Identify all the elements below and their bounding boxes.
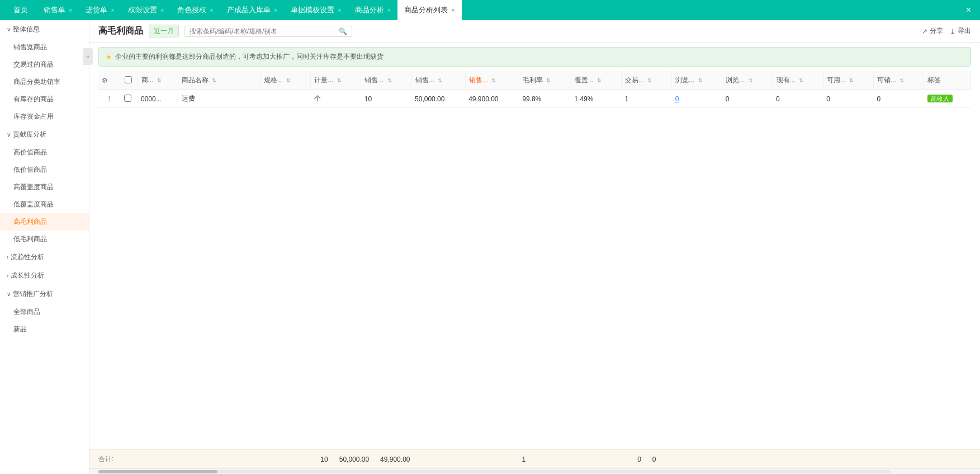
col-name[interactable]: 商品名称 ⇅: [178, 71, 261, 90]
col-settings[interactable]: ⚙: [98, 71, 121, 90]
col-sales-qty[interactable]: 销售... ⇅: [361, 71, 411, 90]
col-sellable-stock[interactable]: 可销... ⇅: [873, 71, 924, 90]
close-tab-purchase[interactable]: ×: [111, 7, 114, 13]
nav-tab-roles[interactable]: 角色授权 ×: [171, 0, 220, 20]
sidebar-item-low-coverage[interactable]: 低覆盖度商品: [0, 196, 89, 213]
close-tab-analysis[interactable]: ×: [387, 7, 391, 13]
scrollbar-thumb: [98, 470, 217, 473]
sidebar-item-high-value[interactable]: 高价值商品: [0, 144, 89, 161]
cell-view2: 0: [722, 90, 773, 108]
col-coverage[interactable]: 覆盖... ⇅: [571, 71, 621, 90]
sort-spec-icon: ⇅: [286, 78, 291, 83]
sidebar-item-traded[interactable]: 交易过的商品: [0, 56, 89, 73]
col-tag[interactable]: 标签: [924, 71, 971, 90]
sort-transactions-icon: ⇅: [647, 78, 652, 83]
export-btn[interactable]: ⤓ 导出: [950, 26, 971, 36]
cell-checkbox[interactable]: [121, 90, 138, 108]
col-sales-net[interactable]: 销售... ⇅: [465, 71, 519, 90]
col-view1[interactable]: 浏览... ⇅: [672, 71, 722, 90]
close-tab-roles[interactable]: ×: [210, 7, 213, 13]
sort-coverage-icon: ⇅: [597, 78, 602, 83]
footer-available-stock: 0: [652, 456, 656, 463]
header-actions: ↗ 分享 ⤓ 导出: [922, 26, 971, 36]
sidebar-item-high-coverage[interactable]: 高覆盖度商品: [0, 179, 89, 196]
sort-name-icon: ⇅: [212, 78, 216, 83]
sidebar-section-marketing[interactable]: ∨ 营销推广分析: [0, 285, 89, 303]
nav-tab-stock-in[interactable]: 产成品入库单 ×: [220, 0, 284, 20]
sidebar-item-in-stock[interactable]: 有库存的商品: [0, 91, 89, 108]
col-sales-amount[interactable]: 销售... ⇅: [411, 71, 465, 90]
close-tab-sales[interactable]: ×: [69, 7, 72, 13]
sort-sales-qty-icon: ⇅: [387, 78, 392, 83]
sidebar-section-trend[interactable]: › 流趋性分析: [0, 248, 89, 266]
nav-tab-template[interactable]: 单据模板设置 ×: [284, 0, 348, 20]
col-code[interactable]: 商... ⇅: [138, 71, 178, 90]
sidebar-item-low-value[interactable]: 低价值商品: [0, 161, 89, 179]
nav-tab-analysis[interactable]: 商品分析 ×: [348, 0, 397, 20]
sort-view2-icon: ⇅: [749, 78, 753, 83]
info-icon: ★: [106, 53, 112, 61]
filter-recent-month-btn[interactable]: 近一月: [149, 25, 179, 37]
table-wrapper: ⚙ 商... ⇅ 商品名称 ⇅: [89, 71, 980, 449]
close-tab-stock-in[interactable]: ×: [274, 7, 277, 13]
sidebar-item-high-margin[interactable]: 高毛利商品: [0, 213, 89, 231]
close-tab-template[interactable]: ×: [338, 7, 341, 13]
footer-transactions: 1: [522, 456, 525, 463]
row-checkbox[interactable]: [124, 95, 131, 102]
col-gross-margin[interactable]: 毛利率 ⇅: [519, 71, 571, 90]
cell-available-stock: 0: [823, 90, 873, 108]
search-input[interactable]: [190, 27, 339, 35]
arrow-trend: ›: [7, 254, 8, 260]
col-unit[interactable]: 计量... ⇅: [311, 71, 361, 90]
sidebar-section-contribution[interactable]: ∨ 贡献度分析: [0, 125, 89, 144]
sidebar-collapse-btn[interactable]: «: [83, 48, 93, 65]
col-current-stock[interactable]: 现有... ⇅: [773, 71, 823, 90]
sort-available-stock-icon: ⇅: [849, 78, 854, 83]
nav-tab-permissions[interactable]: 权限设置 ×: [121, 0, 171, 20]
sidebar-item-category-rate[interactable]: 商品分类助销率: [0, 73, 89, 91]
close-tab-analysis-list[interactable]: ×: [451, 7, 455, 13]
sidebar-item-all-products[interactable]: 全部商品: [0, 303, 89, 321]
cell-gross-margin: 99.8%: [519, 90, 571, 108]
search-icon[interactable]: 🔍: [339, 27, 347, 35]
share-icon: ↗: [922, 27, 927, 35]
product-table: ⚙ 商... ⇅ 商品名称 ⇅: [98, 71, 971, 108]
main-layout: ∨ 整体信息 销售览商品 交易过的商品 商品分类助销率 有库存的商品 库存资金占…: [0, 20, 980, 474]
close-window-btn[interactable]: ×: [962, 5, 976, 15]
nav-right: ×: [962, 5, 976, 15]
share-btn[interactable]: ↗ 分享: [922, 26, 943, 36]
col-available-stock[interactable]: 可用... ⇅: [823, 71, 873, 90]
nav-tab-analysis-list[interactable]: 商品分析列表 ×: [397, 0, 461, 20]
cell-sellable-stock: 0: [873, 90, 924, 108]
sort-code-icon: ⇅: [157, 78, 162, 83]
close-tab-permissions[interactable]: ×: [160, 7, 164, 13]
cell-num: 1: [98, 90, 121, 108]
sidebar-section-general[interactable]: ∨ 整体信息: [0, 20, 89, 39]
sidebar-item-low-margin[interactable]: 低毛利商品: [0, 231, 89, 248]
nav-tab-sales[interactable]: 销售单 ×: [37, 0, 79, 20]
table-header-row: ⚙ 商... ⇅ 商品名称 ⇅: [98, 71, 971, 90]
nav-tab-purchase[interactable]: 进货单 ×: [79, 0, 121, 20]
content-area: 高毛利商品 近一月 🔍 ↗ 分享 ⤓ 导出 ★ 企业的主要的利润都是这部分商品创…: [89, 20, 980, 474]
sidebar-item-capital[interactable]: 库存资金占用: [0, 108, 89, 125]
table-row: 1 0000... 运费 个 10 50,000.00 49,900.00 99…: [98, 90, 971, 108]
table-footer: 合计: 10 50,000.00 49,900.00 1 0 0: [89, 449, 980, 468]
nav-home[interactable]: 首页: [4, 0, 37, 20]
sort-view1-icon: ⇅: [698, 78, 703, 83]
col-spec[interactable]: 规格... ⇅: [261, 71, 311, 90]
sidebar-item-new-products[interactable]: 新品: [0, 321, 89, 338]
col-view2[interactable]: 浏览... ⇅: [722, 71, 773, 90]
cell-transactions: 1: [622, 90, 672, 108]
horizontal-scrollbar[interactable]: [89, 468, 980, 474]
content-header: 高毛利商品 近一月 🔍 ↗ 分享 ⤓ 导出: [89, 20, 980, 43]
col-transactions[interactable]: 交易... ⇅: [622, 71, 672, 90]
cell-view1[interactable]: 0: [672, 90, 722, 108]
select-all-checkbox[interactable]: [125, 76, 132, 83]
cell-name: 运费: [178, 90, 261, 108]
cell-sales-amount: 50,000.00: [411, 90, 465, 108]
col-checkbox[interactable]: [121, 71, 138, 90]
sidebar-section-growth[interactable]: › 成长性分析: [0, 266, 89, 285]
arrow-contribution: ∨: [7, 132, 11, 138]
sort-sales-net-icon: ⇅: [491, 78, 496, 83]
sidebar-item-sales-view[interactable]: 销售览商品: [0, 39, 89, 56]
